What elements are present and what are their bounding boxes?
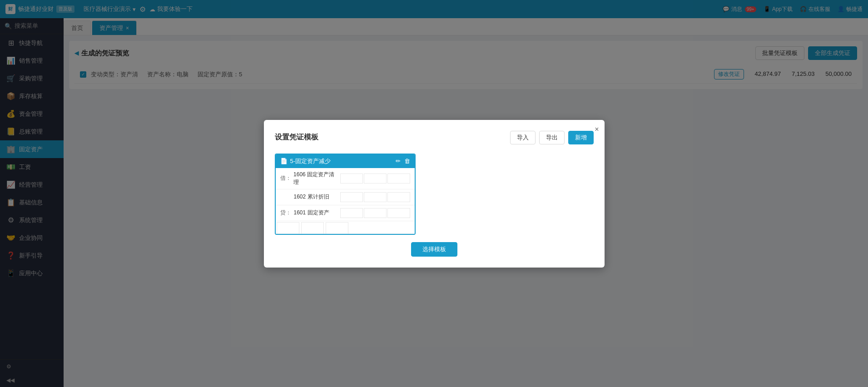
template-card: 📄 5-固定资产减少 ✏ 🗑 借： <box>275 154 416 235</box>
entry-cells-1 <box>339 174 410 184</box>
modal-overlay: × 设置凭证模板 导入 导出 新增 <box>64 35 868 387</box>
delete-template-icon[interactable]: 🗑 <box>404 158 410 164</box>
modal-title: 设置凭证模板 <box>275 133 318 142</box>
template-card-name: 5-固定资产减少 <box>290 157 331 165</box>
entry-cell <box>387 174 410 184</box>
template-select-btn-area: 选择模板 <box>275 242 594 257</box>
template-card-icon: 📄 <box>280 158 288 164</box>
entry-type-label-3: 贷： <box>280 209 294 217</box>
entry-account-1: 1606 固定资产清理 <box>293 171 339 186</box>
modal-header-buttons: 导入 导出 新增 <box>510 131 594 144</box>
import-button[interactable]: 导入 <box>510 131 536 144</box>
modal-close-button[interactable]: × <box>595 125 599 134</box>
debit-entry-1: 借： 1606 固定资产清理 <box>276 168 415 189</box>
template-card-body: 借： 1606 固定资产清理 <box>276 168 415 234</box>
debit-entry-2: 1602 累计折旧 <box>276 189 415 205</box>
template-empty-row <box>276 221 415 234</box>
main-layout: 🔍 搜索菜单 ⊞ 快捷导航 📊 销售管理 🛒 采购管理 📦 库存核算 💰 <box>0 18 868 387</box>
template-card-header-left: 📄 5-固定资产减少 <box>280 157 331 165</box>
export-button[interactable]: 导出 <box>539 131 565 144</box>
content-area: 首页 资产管理 × 生成的凭证预览 批量凭证模板 <box>64 18 868 387</box>
select-template-button[interactable]: 选择模板 <box>411 242 457 257</box>
empty-cell <box>326 222 348 235</box>
modal-header: 设置凭证模板 导入 导出 新增 <box>275 131 594 144</box>
entry-account-3: 1601 固定资产 <box>294 209 329 217</box>
empty-cell <box>277 222 299 235</box>
entry-cell <box>340 208 363 218</box>
entry-cell <box>364 174 387 184</box>
edit-template-icon[interactable]: ✏ <box>396 158 401 164</box>
entry-cell <box>387 192 410 202</box>
entry-cell <box>340 192 363 202</box>
modal: × 设置凭证模板 导入 导出 新增 <box>264 120 605 268</box>
entry-type-label-1: 借： <box>280 174 294 182</box>
page-content: 生成的凭证预览 批量凭证模板 全部生成凭证 ✓ 变动类型：资产清 <box>64 35 868 387</box>
entry-cells-2 <box>339 192 410 202</box>
template-card-actions: ✏ 🗑 <box>396 158 410 164</box>
entry-cell <box>364 208 387 218</box>
entry-cell <box>364 192 387 202</box>
entry-cell <box>340 174 363 184</box>
empty-cell <box>301 222 324 235</box>
entry-cells-3 <box>339 208 410 218</box>
entry-cell <box>387 208 410 218</box>
template-card-header: 📄 5-固定资产减少 ✏ 🗑 <box>276 154 415 168</box>
credit-entry-1: 贷： 1601 固定资产 <box>276 205 415 221</box>
new-button[interactable]: 新增 <box>568 131 594 144</box>
entry-account-2: 1602 累计折旧 <box>294 193 329 201</box>
